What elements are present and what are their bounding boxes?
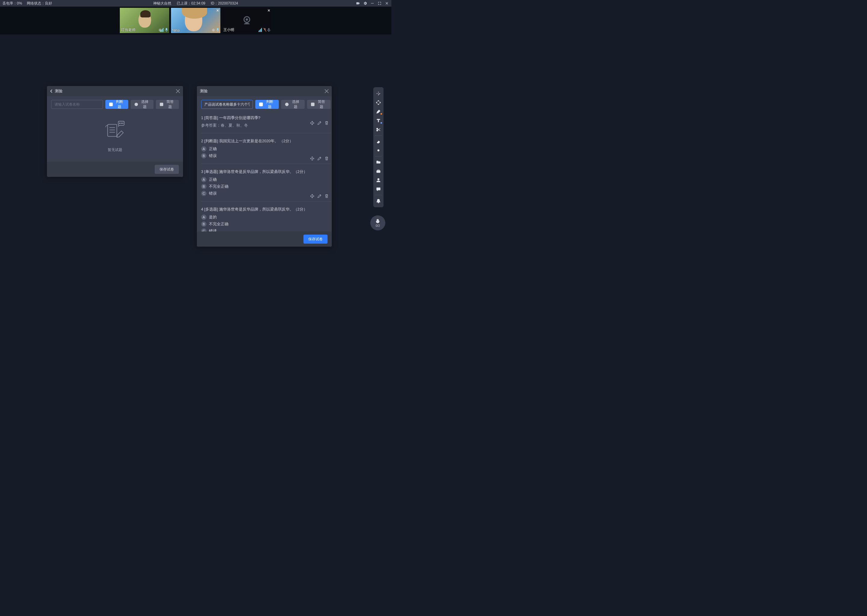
- option-label: A: [201, 214, 207, 220]
- bell-tool[interactable]: [373, 196, 383, 206]
- minimize-icon[interactable]: [370, 1, 375, 5]
- question-item: 4 [多选题] 施华洛世奇是反华品牌，所以梁鼎琪反华。（2分） A是的 B不完全…: [201, 204, 331, 232]
- choice-question-button[interactable]: 选择题: [131, 100, 153, 109]
- packet-loss: 丢包率：0%: [2, 1, 22, 6]
- svg-rect-6: [217, 28, 219, 30]
- judge-question-button[interactable]: 判断题: [255, 100, 279, 109]
- svg-rect-14: [107, 124, 117, 137]
- volume-indicator: [259, 28, 262, 32]
- video-tile[interactable]: ✕ 王小明: [222, 8, 271, 33]
- status-bar: 丢包率：0% 网络状态：良好 神秘大自然 已上课：02:34:09 ID：202…: [0, 0, 391, 6]
- option-label: A: [201, 177, 207, 182]
- video-name: 叮当老师: [121, 27, 136, 33]
- whiteboard-toolbar: [373, 87, 383, 207]
- svg-point-25: [377, 128, 378, 129]
- fullscreen-icon[interactable]: [377, 1, 382, 5]
- option-text: 错误: [209, 191, 217, 196]
- edit-icon[interactable]: [317, 121, 322, 125]
- eraser-tool[interactable]: [373, 137, 383, 146]
- video-strip: 叮当老师 ✕ Nina ✕ 王小明: [0, 6, 391, 34]
- delete-icon[interactable]: [325, 156, 329, 160]
- edit-icon[interactable]: [317, 156, 322, 160]
- network-status: 网络状态：良好: [27, 1, 52, 6]
- mic-icon: [216, 28, 219, 32]
- panel-title: 测验: [55, 88, 63, 94]
- option-label: B: [201, 184, 207, 189]
- back-icon[interactable]: [50, 90, 53, 93]
- move-tool[interactable]: [373, 98, 383, 107]
- video-close-icon[interactable]: ✕: [267, 8, 270, 13]
- quiz-name-input[interactable]: [201, 100, 253, 109]
- folder-tool[interactable]: [373, 158, 383, 167]
- delete-icon[interactable]: [325, 194, 329, 198]
- settings-icon[interactable]: [363, 1, 367, 5]
- video-name: 王小明: [223, 27, 234, 33]
- close-icon[interactable]: [176, 89, 180, 93]
- svg-rect-28: [377, 171, 380, 173]
- text-tool[interactable]: [373, 116, 383, 125]
- edit-icon[interactable]: [317, 194, 322, 198]
- option-label: C: [201, 191, 207, 196]
- svg-point-27: [377, 149, 379, 151]
- chat-tool[interactable]: [373, 185, 383, 194]
- question-title: 1 [简答题] 一年四季分别是哪四季?: [201, 115, 328, 121]
- question-item: 2 [判断题] 我国宪法上一次更新是在2020年。 （2分） A正确 B错误: [201, 136, 331, 164]
- question-item: 3 [单选题] 施华洛世奇是反华品牌，所以梁鼎琪反华。（2分） A正确 B不完全…: [201, 167, 331, 201]
- option-text: 正确: [209, 177, 217, 182]
- quiz-panel-empty: 测验 判断题 选择题 简答题: [47, 86, 183, 177]
- close-window-icon[interactable]: [385, 1, 389, 5]
- short-answer-button[interactable]: 简答题: [307, 100, 331, 109]
- svg-point-21: [123, 123, 123, 124]
- svg-rect-24: [311, 103, 314, 106]
- short-answer-button[interactable]: 简答题: [156, 100, 179, 109]
- option-label: B: [201, 222, 207, 227]
- raise-hand-button[interactable]: 0/2: [370, 215, 385, 230]
- question-list: 1 [简答题] 一年四季分别是哪四季? 参考答案：春、夏、秋、冬 2 [判断题]…: [201, 113, 331, 232]
- option-text: 不完全正确: [209, 184, 229, 189]
- choice-question-button[interactable]: 选择题: [281, 100, 305, 109]
- option-text: 不完全正确: [209, 222, 229, 227]
- quiz-name-input[interactable]: [51, 100, 103, 109]
- video-tile[interactable]: 叮当老师: [120, 8, 169, 33]
- option-text: 正确: [209, 146, 217, 152]
- target-icon: [212, 28, 215, 32]
- option-label: A: [201, 146, 207, 152]
- mic-muted-icon: [263, 28, 266, 32]
- save-quiz-button[interactable]: 保存试卷: [155, 165, 179, 174]
- question-title: 2 [判断题] 我国宪法上一次更新是在2020年。 （2分）: [201, 139, 328, 144]
- empty-state: 暂无试题: [51, 113, 179, 152]
- session-id: ID：2020070324: [211, 1, 238, 6]
- svg-rect-10: [268, 28, 270, 30]
- move-icon[interactable]: [310, 121, 314, 125]
- video-close-icon[interactable]: ✕: [216, 8, 219, 13]
- option-text: 错误: [209, 153, 217, 159]
- elapsed-time: 已上课：02:34:09: [177, 1, 205, 6]
- option-label: C: [201, 228, 207, 232]
- delete-icon[interactable]: [325, 121, 329, 125]
- svg-rect-1: [166, 28, 167, 30]
- video-tile[interactable]: ✕ Nina: [171, 8, 221, 33]
- camera-toggle-icon[interactable]: [356, 1, 360, 5]
- option-text: 错译: [209, 229, 217, 232]
- move-icon[interactable]: [310, 194, 314, 198]
- quiz-panel-edit: 测验 判断题 选择题 简答题 1 [简答题] 一年四季分别是哪四季? 参考答案：…: [197, 86, 332, 247]
- move-icon[interactable]: [310, 156, 314, 160]
- toolbox-tool[interactable]: [373, 167, 383, 176]
- mic-icon: [165, 28, 168, 32]
- save-quiz-button[interactable]: 保存试卷: [303, 235, 328, 244]
- close-icon[interactable]: [325, 89, 329, 93]
- judge-question-button[interactable]: 判断题: [106, 100, 128, 109]
- target-icon: [158, 28, 162, 32]
- pen-tool[interactable]: [373, 107, 383, 116]
- cursor-tool[interactable]: [373, 89, 383, 98]
- svg-rect-0: [371, 3, 374, 3]
- camera-off-icon: [241, 15, 252, 26]
- option-text: 是的: [209, 215, 217, 220]
- user-tool[interactable]: [373, 176, 383, 185]
- laser-tool[interactable]: [373, 146, 383, 155]
- scissors-tool[interactable]: [373, 125, 383, 134]
- raise-hand-count: 0/2: [376, 224, 380, 227]
- svg-point-5: [213, 30, 214, 31]
- svg-point-19: [119, 123, 120, 124]
- question-answer: 参考答案：春、夏、秋、冬: [201, 123, 328, 128]
